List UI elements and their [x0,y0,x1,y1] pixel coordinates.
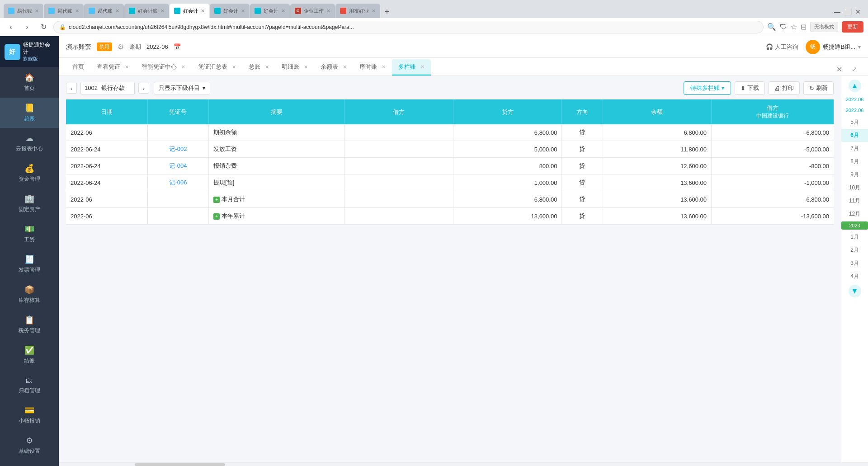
sidebar-item-tax[interactable]: 📋 税务管理 [0,310,59,340]
voucher-link[interactable]: 记-002 [169,146,187,152]
timeline-date-2[interactable]: 2022.06 [841,105,868,116]
filter-select[interactable]: 只显示下级科目 ▾ [154,82,210,94]
tab-voucher-view[interactable]: 查看凭证 ✕ [90,59,135,75]
timeline-month-3-2023[interactable]: 3月 [841,257,868,270]
refresh-button[interactable]: ↻ 刷新 [803,81,834,95]
tab-balance[interactable]: 余额表 ✕ [314,59,353,75]
browser-tab-2[interactable]: 易代账 ✕ [44,4,84,18]
sidebar-item-closing[interactable]: ✅ 结账 [0,340,59,370]
close-icon[interactable]: ✕ [372,8,376,14]
sidebar-item-inventory[interactable]: 📦 库存核算 [0,279,59,310]
tab-close-icon[interactable]: ✕ [343,64,347,70]
tab-general-ledger[interactable]: 总账 ✕ [242,59,275,75]
split-screen-icon[interactable]: ⊟ [801,23,807,31]
tab-close-icon[interactable]: ✕ [382,64,386,70]
timeline-month-8[interactable]: 8月 [841,155,868,168]
search-icon[interactable]: 🔍 [767,23,776,31]
cell-voucher: 记-004 [147,158,208,174]
timeline-month-2-2023[interactable]: 2月 [841,244,868,257]
tab-home[interactable]: 首页 [66,59,90,75]
tab-close-icon[interactable]: ✕ [304,64,308,70]
browser-tab-6[interactable]: 好会计 ✕ [210,4,250,18]
no-trace-button[interactable]: 无痕模式 [810,22,838,32]
sidebar-item-fixed-assets[interactable]: 🏢 固定资产 [0,188,59,219]
browser-tab-9[interactable]: 用友好业 ✕ [335,4,380,18]
tab-multi-column[interactable]: 多栏账 ✕ [392,59,431,75]
timeline-up-button[interactable]: ▲ [849,80,861,92]
download-button[interactable]: ⬇ 下载 [735,81,765,95]
sidebar-item-fund[interactable]: 💰 资金管理 [0,158,59,188]
timeline-month-11[interactable]: 11月 [841,194,868,207]
tab-sequence-ledger[interactable]: 序时账 ✕ [353,59,392,75]
tab-close-icon[interactable]: ✕ [420,64,425,70]
scroll-area[interactable] [59,462,868,466]
timeline-month-12[interactable]: 12月 [841,207,868,221]
close-icon[interactable]: ✕ [160,8,165,14]
sidebar-item-home[interactable]: 🏠 首页 [0,67,59,98]
sidebar-item-general-ledger[interactable]: 📒 总账 [0,98,59,128]
calendar-icon[interactable]: 📅 [174,43,181,50]
consult-button[interactable]: 🎧 人工咨询 [766,43,798,51]
timeline-month-10[interactable]: 10月 [841,181,868,194]
close-icon[interactable]: ✕ [281,8,285,14]
tab-detail-ledger[interactable]: 明细账 ✕ [275,59,314,75]
sidebar-item-cloud-report[interactable]: ☁ 云报表中心 [0,128,59,158]
tab-close-icon[interactable]: ✕ [125,64,129,70]
update-button[interactable]: 更新 [842,21,863,33]
browser-tab-4[interactable]: 好会计账 ✕ [124,4,169,18]
close-pane-icon[interactable]: ✕ [833,63,845,75]
close-icon[interactable]: ✕ [201,8,205,14]
new-tab-button[interactable]: + [381,5,393,18]
browser-tab-8[interactable]: C 企业工作 ✕ [290,4,335,18]
summary-icon: + [213,213,220,220]
back-button[interactable]: ‹ [5,21,17,33]
address-bar[interactable]: 🔒 cloud2.chanjet.com/accounting/uh26t264… [53,21,764,33]
tab-close-icon[interactable]: ✕ [232,64,236,70]
sidebar-item-payroll[interactable]: 💵 工资 [0,219,59,249]
timeline-month-1-2023[interactable]: 1月 [841,231,868,244]
timeline-month-4-2023[interactable]: 4月 [841,270,868,283]
tab-close-icon[interactable]: ✕ [181,64,185,70]
timeline-month-6[interactable]: 6月 [841,129,868,142]
timeline-month-7[interactable]: 7月 [841,142,868,155]
close-icon[interactable]: ✕ [241,8,245,14]
minimize-button[interactable]: — [834,8,840,15]
user-avatar-area[interactable]: 畅 畅捷通B组... ▾ [806,40,861,54]
close-icon[interactable]: ✕ [35,8,39,14]
sidebar-item-settings[interactable]: ⚙ 基础设置 [0,430,59,461]
sidebar-item-guide[interactable]: 📖 新手引导 [0,461,59,466]
timeline-year-2023[interactable]: 2023 [841,221,868,230]
voucher-link[interactable]: 记-006 [169,179,187,186]
settings-gear-icon[interactable]: ⚙ [118,42,124,51]
print-button[interactable]: 🖨 打印 [769,81,800,95]
next-account-button[interactable]: › [138,83,149,94]
close-icon[interactable]: ✕ [326,8,330,14]
scroll-thumb[interactable] [135,463,225,466]
timeline-month-5[interactable]: 5月 [841,116,868,129]
reload-button[interactable]: ↻ [37,21,50,33]
browser-tab-7[interactable]: 好会计 ✕ [250,4,290,18]
shield-icon[interactable]: 🛡 [780,23,787,31]
close-icon[interactable]: ✕ [75,8,79,14]
browser-tab-5[interactable]: 好会计 ✕ [170,4,209,18]
close-icon[interactable]: ✕ [115,8,119,14]
browser-tab-1[interactable]: 易代账 ✕ [4,4,43,18]
forward-button[interactable]: › [21,21,33,33]
tab-smart-voucher[interactable]: 智能凭证中心 ✕ [135,59,192,75]
timeline-date-1[interactable]: 2022.06 [841,94,868,105]
tab-close-icon[interactable]: ✕ [265,64,269,70]
sidebar-item-invoice[interactable]: 🧾 发票管理 [0,249,59,279]
prev-account-button[interactable]: ‹ [66,83,77,94]
timeline-down-button[interactable]: ▼ [849,285,861,297]
sidebar-item-archive[interactable]: 🗂 归档管理 [0,370,59,400]
close-window-button[interactable]: ✕ [855,8,861,15]
star-icon[interactable]: ☆ [791,23,797,31]
browser-tab-3[interactable]: 易代账 ✕ [84,4,124,18]
tab-voucher-summary[interactable]: 凭证汇总表 ✕ [192,59,242,75]
voucher-link[interactable]: 记-004 [169,162,187,169]
expand-pane-icon[interactable]: ⤢ [848,63,861,75]
sidebar-item-expense[interactable]: 💳 小畅报销 [0,400,59,430]
timeline-month-9[interactable]: 9月 [841,168,868,181]
feature-button[interactable]: 特殊多栏账 ▾ [684,81,731,95]
maximize-button[interactable]: ⬜ [844,8,852,15]
